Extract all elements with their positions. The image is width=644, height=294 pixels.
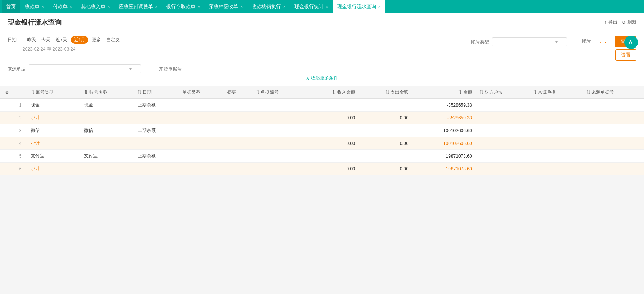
- source-doc-select[interactable]: [29, 64, 141, 73]
- row-source-doc-no: [583, 163, 644, 175]
- date-1month[interactable]: 近1月: [71, 36, 89, 44]
- row-gear-cell: [0, 124, 14, 137]
- row-doc-type: [179, 112, 223, 124]
- row-doc-no: [252, 137, 305, 150]
- page-header: 现金银行流水查询 ↑ 导出 ↺ 刷新: [0, 13, 644, 31]
- row-date: [134, 112, 179, 124]
- date-today[interactable]: 今天: [40, 36, 52, 43]
- table-row: 1现金现金上期余额-3528659.33: [0, 99, 644, 112]
- nav-tab-prepay[interactable]: 预收冲应收单 ×: [204, 0, 247, 13]
- nav-tab-bank-flow[interactable]: 现金银行流水查询 ×: [333, 0, 385, 13]
- nav-tab-ar-ap-adjust-label: 应收应付调整单: [119, 3, 153, 10]
- nav-tab-bank-stats[interactable]: 现金银行统计 ×: [290, 0, 333, 13]
- data-table: ⚙ ⇅ 账号类型 ⇅ 账号名称 ⇅ 日期 单据类型 摘要 ⇅ 单据编号 ⇅ 收入…: [0, 86, 644, 175]
- nav-tab-receipt-exec-close[interactable]: ×: [283, 5, 285, 9]
- table-header-balance[interactable]: ⇅ 余额: [412, 86, 476, 99]
- row-income: 0.00: [305, 112, 359, 124]
- row-summary: [223, 137, 252, 150]
- nav-tab-ar-ap-adjust-close[interactable]: ×: [155, 5, 158, 9]
- account-type-label: 账号类型: [471, 39, 489, 45]
- table-header-date[interactable]: ⇅ 日期: [134, 86, 179, 99]
- row-number: 5: [14, 150, 27, 163]
- nav-tab-bank-stats-close[interactable]: ×: [326, 5, 328, 9]
- ai-badge[interactable]: Ai: [624, 36, 638, 49]
- row-source-doc-no: [583, 99, 644, 112]
- table-header-source-doc-no[interactable]: ⇅ 来源单据号: [583, 86, 644, 99]
- refresh-button[interactable]: ↺ 刷新: [622, 19, 636, 25]
- table-header-account-type[interactable]: ⇅ 账号类型: [27, 86, 80, 99]
- row-account-name: [80, 112, 134, 124]
- row-account-type: 支付宝: [27, 150, 80, 163]
- nav-tab-bank-deposit-close[interactable]: ×: [198, 5, 200, 9]
- table-row: 4小计0.000.00100102606.60: [0, 137, 644, 150]
- table-header-doc-type: 单据类型: [179, 86, 223, 99]
- row-date: 上期余额: [134, 124, 179, 137]
- table-header-counterparty[interactable]: ⇅ 对方户名: [476, 86, 529, 99]
- date-custom[interactable]: 自定义: [105, 36, 121, 43]
- nav-tab-bank-deposit[interactable]: 银行存取款单 ×: [162, 0, 204, 13]
- source-doc-num-label: 来源单据号: [159, 66, 182, 72]
- table-header-account-name[interactable]: ⇅ 账号名称: [80, 86, 134, 99]
- row-source-doc: [529, 150, 582, 163]
- account-type-select[interactable]: [492, 37, 567, 46]
- nav-home[interactable]: 首页: [2, 0, 20, 13]
- row-expense: 0.00: [359, 112, 412, 124]
- nav-tab-bank-flow-close[interactable]: ×: [378, 5, 381, 9]
- table-header-doc-no[interactable]: ⇅ 单据编号: [252, 86, 305, 99]
- source-doc-label: 来源单据: [8, 66, 26, 72]
- source-doc-num-input[interactable]: [185, 65, 297, 73]
- nav-tab-payment[interactable]: 付款单 ×: [48, 0, 77, 13]
- row-doc-type: [179, 124, 223, 137]
- row-doc-type: [179, 99, 223, 112]
- nav-tab-payment-close[interactable]: ×: [70, 5, 72, 9]
- row-source-doc: [529, 124, 582, 137]
- export-label: 导出: [608, 19, 617, 25]
- table-header-expense[interactable]: ⇅ 支出金额: [359, 86, 412, 99]
- row-account-type: 现金: [27, 99, 80, 112]
- account-dots-button[interactable]: ...: [600, 37, 607, 44]
- date-yesterday[interactable]: 昨天: [26, 36, 38, 43]
- row-source-doc-no: [583, 112, 644, 124]
- row-account-name: 支付宝: [80, 150, 134, 163]
- row-doc-type: [179, 163, 223, 175]
- table-header-source-doc[interactable]: ⇅ 来源单据: [529, 86, 582, 99]
- nav-tab-prepay-close[interactable]: ×: [240, 5, 243, 9]
- refresh-label: 刷新: [627, 19, 636, 25]
- nav-tab-receipt-close[interactable]: ×: [42, 5, 44, 9]
- row-source-doc: [529, 137, 582, 150]
- row-expense: 0.00: [359, 163, 412, 175]
- table-body: 1现金现金上期余额-3528659.332小计0.000.00-3528659.…: [0, 99, 644, 175]
- table-header-gear[interactable]: ⚙: [0, 86, 14, 99]
- row-counterparty: [476, 137, 529, 150]
- row-source-doc: [529, 112, 582, 124]
- table-header-income[interactable]: ⇅ 收入金额: [305, 86, 359, 99]
- row-counterparty: [476, 163, 529, 175]
- settings-button[interactable]: 设置: [615, 49, 636, 61]
- nav-tab-ar-ap-adjust[interactable]: 应收应付调整单 ×: [114, 0, 162, 13]
- row-account-name: 现金: [80, 99, 134, 112]
- nav-tab-bank-stats-label: 现金银行统计: [294, 3, 324, 10]
- export-button[interactable]: ↑ 导出: [605, 19, 618, 25]
- nav-tab-bank-flow-label: 现金银行流水查询: [337, 3, 376, 10]
- row-summary: [223, 124, 252, 137]
- nav-tab-other-income-close[interactable]: ×: [108, 5, 110, 9]
- row-number: 4: [14, 137, 27, 150]
- row-source-doc: [529, 99, 582, 112]
- nav-tab-receipt-exec[interactable]: 收款核销执行 ×: [247, 0, 290, 13]
- collapse-bar[interactable]: ∧ 收起更多条件: [8, 73, 636, 83]
- nav-tab-payment-label: 付款单: [53, 3, 68, 10]
- nav-tab-bank-deposit-label: 银行存取款单: [166, 3, 195, 10]
- row-gear-cell: [0, 112, 14, 124]
- row-income: 0.00: [305, 163, 359, 175]
- date-7days[interactable]: 近7天: [54, 36, 69, 43]
- date-more[interactable]: 更多: [90, 36, 102, 43]
- row-number: 3: [14, 124, 27, 137]
- row-date: [134, 137, 179, 150]
- nav-tab-other-income[interactable]: 其他收入单 ×: [77, 0, 114, 13]
- nav-tab-receipt[interactable]: 收款单 ×: [20, 0, 48, 13]
- row-summary: [223, 112, 252, 124]
- table-header-summary: 摘要: [223, 86, 252, 99]
- row-balance: 100102606.60: [412, 124, 476, 137]
- row-expense: [359, 99, 412, 112]
- row-date: 上期余额: [134, 150, 179, 163]
